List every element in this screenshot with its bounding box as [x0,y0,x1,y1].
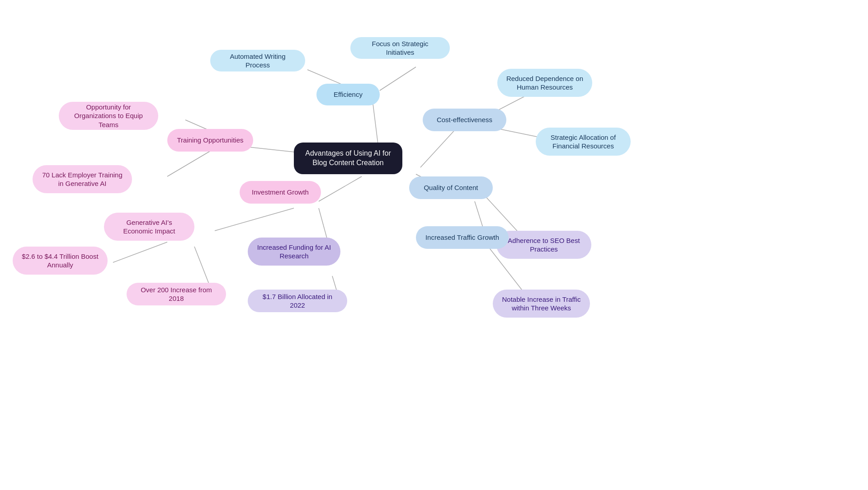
lack-employer-node: 70 Lack Employer Training in Generative … [33,165,132,193]
adherence-seo-node: Adherence to SEO Best Practices [496,231,591,259]
investment-growth-label: Investment Growth [252,188,309,197]
billion-allocated-label: $1.7 Billion Allocated in 2022 [256,292,339,310]
billion-allocated-node: $1.7 Billion Allocated in 2022 [248,290,347,312]
opportunity-orgs-node: Opportunity for Organizations to Equip T… [59,102,158,130]
strategic-allocation-node: Strategic Allocation of Financial Resour… [536,128,631,156]
svg-line-14 [215,208,294,231]
opportunity-orgs-label: Opportunity for Organizations to Equip T… [67,103,150,129]
over-200-node: Over 200 Increase from 2018 [127,283,226,305]
automated-writing-label: Automated Writing Process [218,52,297,70]
center-node: Advantages of Using AI for Blog Content … [294,143,402,174]
increased-traffic-label: Increased Traffic Growth [425,233,499,242]
quality-content-node: Quality of Content [409,176,493,199]
reduced-dependence-label: Reduced Dependence on Human Resources [505,74,584,92]
focus-strategic-label: Focus on Strategic Initiatives [359,39,442,57]
automated-writing-node: Automated Writing Process [210,50,305,71]
efficiency-label: Efficiency [334,90,363,99]
notable-increase-node: Notable Increase in Traffic within Three… [493,290,590,318]
boost-annually-label: $2.6 to $4.4 Trillion Boost Annually [21,252,99,270]
increased-funding-node: Increased Funding for AI Research [248,238,340,266]
investment-growth-node: Investment Growth [240,181,321,204]
reduced-dependence-node: Reduced Dependence on Human Resources [497,69,592,97]
increased-traffic-node: Increased Traffic Growth [416,226,509,249]
focus-strategic-node: Focus on Strategic Initiatives [350,37,450,59]
svg-line-4 [319,176,362,201]
generative-economic-label: Generative AI's Economic Impact [112,218,186,236]
center-label: Advantages of Using AI for Blog Content … [302,149,394,168]
notable-increase-label: Notable Increase in Traffic within Three… [501,295,582,313]
training-opportunities-node: Training Opportunities [167,129,253,152]
increased-funding-label: Increased Funding for AI Research [256,243,332,261]
cost-effectiveness-label: Cost-effectiveness [437,115,492,124]
efficiency-node: Efficiency [316,84,380,105]
cost-effectiveness-node: Cost-effectiveness [423,109,506,131]
svg-line-2 [420,128,457,167]
over-200-label: Over 200 Increase from 2018 [135,285,218,303]
boost-annually-node: $2.6 to $4.4 Trillion Boost Annually [13,247,108,275]
svg-line-6 [380,67,416,90]
adherence-seo-label: Adherence to SEO Best Practices [505,236,583,254]
lack-employer-label: 70 Lack Employer Training in Generative … [41,171,124,188]
generative-economic-node: Generative AI's Economic Impact [104,213,194,241]
quality-content-label: Quality of Content [424,183,478,192]
svg-line-16 [113,242,167,262]
strategic-allocation-label: Strategic Allocation of Financial Resour… [544,133,623,151]
training-opportunities-label: Training Opportunities [177,136,243,145]
